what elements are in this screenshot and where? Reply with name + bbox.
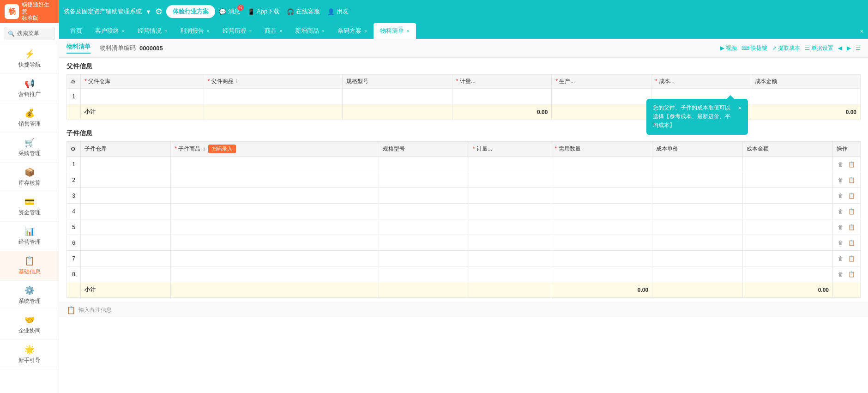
delete-icon-6[interactable]: 🗑 [838,240,844,246]
child-warehouse-7[interactable] [81,251,171,266]
child-product-1[interactable] [171,157,379,172]
child-spec-8[interactable] [379,266,469,282]
sidebar-item-inventory[interactable]: 📦 库存核算 [0,163,59,192]
child-unit-8[interactable] [469,266,551,282]
copy-icon-4[interactable]: 📋 [848,208,855,215]
sidebar-item-basic-info[interactable]: 📋 基础信息 [0,251,59,281]
search-menu-button[interactable]: 🔍 搜索菜单 [4,27,55,40]
child-product-7[interactable] [171,251,379,266]
copy-icon-3[interactable]: 📋 [848,193,855,199]
sidebar-item-finance[interactable]: 💳 资金管理 [0,192,59,222]
child-warehouse-4[interactable] [81,204,171,219]
child-qty-3[interactable] [551,188,652,204]
delete-icon-3[interactable]: 🗑 [838,193,844,199]
tab-history[interactable]: 经营历程 × [216,23,259,39]
child-unit-5[interactable] [469,219,551,235]
child-qty-1[interactable] [551,157,652,172]
child-unit-7[interactable] [469,251,551,266]
sidebar-item-operations[interactable]: 📊 经营管理 [0,222,59,251]
child-spec-2[interactable] [379,172,469,188]
child-product-4[interactable] [171,204,379,219]
child-spec-1[interactable] [379,157,469,172]
user-button[interactable]: 👤 用友 [327,7,349,16]
child-spec-7[interactable] [379,251,469,266]
extract-cost-action[interactable]: ↗ 提取成本 [772,44,800,52]
child-warehouse-8[interactable] [81,266,171,282]
dropdown-icon[interactable]: ▼ [145,8,151,15]
child-warehouse-2[interactable] [81,172,171,188]
tab-goods[interactable]: 商品 × [258,23,289,39]
child-qty-5[interactable] [551,219,652,235]
child-product-3[interactable] [171,188,379,204]
child-product-2[interactable] [171,172,379,188]
trial-button[interactable]: 体验行业方案 [166,5,215,18]
delete-icon-4[interactable]: 🗑 [838,208,844,215]
child-cost-amount-1[interactable] [742,157,833,172]
child-warehouse-1[interactable] [81,157,171,172]
tooltip-close-button[interactable]: × [738,103,741,113]
child-unit-cost-8[interactable] [652,266,742,282]
nav-next-button[interactable]: ▶ [847,45,851,51]
child-col-settings[interactable]: ⚙ [67,142,81,157]
child-unit-1[interactable] [469,157,551,172]
child-spec-4[interactable] [379,204,469,219]
tab-bom[interactable]: 物料清单 × [374,23,416,39]
tab-history-close[interactable]: × [249,29,252,34]
copy-icon-7[interactable]: 📋 [848,255,855,262]
child-cost-amount-3[interactable] [742,188,833,204]
child-qty-6[interactable] [551,235,652,251]
sidebar-item-marketing[interactable]: 📢 营销推广 [0,74,59,103]
parent-unit-cell[interactable] [452,89,552,104]
delete-icon-8[interactable]: 🗑 [838,271,844,278]
sidebar-item-quick-nav[interactable]: ⚡ 快捷导航 [0,44,59,74]
sidebar-item-sales[interactable]: 💰 销售管理 [0,103,59,133]
tab-barcode[interactable]: 条码方案 × [331,23,374,39]
child-qty-2[interactable] [551,172,652,188]
child-unit-6[interactable] [469,235,551,251]
child-cost-amount-7[interactable] [742,251,833,266]
child-product-6[interactable] [171,235,379,251]
sidebar-item-enterprise[interactable]: 🤝 企业协同 [0,310,59,340]
nav-prev-button[interactable]: ◀ [838,45,842,51]
child-warehouse-6[interactable] [81,235,171,251]
grid-view-button[interactable]: ☰ [856,45,861,51]
child-unit-cost-4[interactable] [652,204,742,219]
tab-profit[interactable]: 利润报告 × [174,23,216,39]
delete-icon-5[interactable]: 🗑 [838,224,844,230]
child-qty-7[interactable] [551,251,652,266]
child-cost-amount-6[interactable] [742,235,833,251]
child-spec-5[interactable] [379,219,469,235]
doc-settings-action[interactable]: ☰ 单据设置 [805,44,833,52]
close-all-button[interactable]: × [860,28,863,35]
child-unit-cost-6[interactable] [652,235,742,251]
child-product-5[interactable] [171,219,379,235]
child-unit-4[interactable] [469,204,551,219]
tab-profit-close[interactable]: × [207,29,210,34]
child-unit-cost-3[interactable] [652,188,742,204]
child-unit-3[interactable] [469,188,551,204]
gear-icon[interactable]: ⚙ [155,6,163,17]
tab-new-goods[interactable]: 新增商品 × [289,23,331,39]
copy-icon-8[interactable]: 📋 [848,271,855,278]
tab-customer-close[interactable]: × [122,29,125,34]
parent-product-cell[interactable] [204,89,343,104]
delete-icon-7[interactable]: 🗑 [838,255,844,262]
scan-input-button[interactable]: 扫码录入 [208,145,236,153]
parent-col-settings[interactable]: ⚙ [67,75,81,89]
child-cost-amount-5[interactable] [742,219,833,235]
hint-text[interactable]: 输入备注信息 [78,306,112,314]
tab-new-goods-close[interactable]: × [322,29,325,34]
sidebar-item-system[interactable]: ⚙️ 系统管理 [0,281,59,310]
child-unit-cost-1[interactable] [652,157,742,172]
page-tab-bom[interactable]: 物料清单 [66,42,90,54]
parent-cost-amount-cell[interactable] [751,89,860,104]
tab-operations-close[interactable]: × [164,29,167,34]
parent-spec-cell[interactable] [343,89,452,104]
sidebar-item-guide[interactable]: 🌟 新手引导 [0,340,59,369]
tab-customer[interactable]: 客户联络 × [89,23,131,39]
child-cost-amount-4[interactable] [742,204,833,219]
parent-warehouse-cell[interactable] [81,89,204,104]
tab-bom-close[interactable]: × [407,29,410,34]
parent-production-cell[interactable] [552,89,651,104]
delete-icon-2[interactable]: 🗑 [838,177,844,183]
